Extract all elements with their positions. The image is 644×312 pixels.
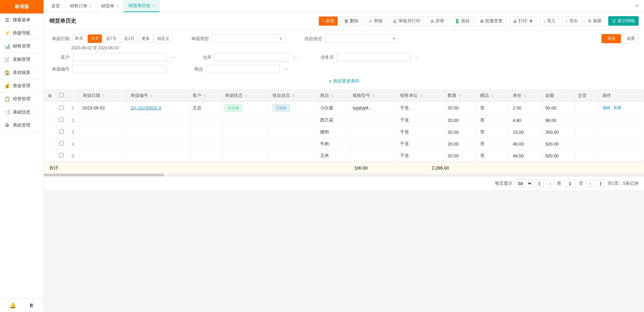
col-gift[interactable]: 赠品 ⇅ bbox=[477, 90, 510, 102]
filter-date-item: 单据日期 昨天 今天 近7天 近1月 更多 自定义 bbox=[49, 34, 172, 43]
col-spectype[interactable]: 规格型号 ⇅ bbox=[350, 90, 397, 102]
show-detail-button[interactable]: ☰ 显示明细 bbox=[608, 16, 639, 26]
print-button[interactable]: 🖨 打印 ▼ bbox=[509, 16, 537, 26]
row-edit-link[interactable]: 编辑 bbox=[603, 105, 611, 110]
query-button[interactable]: 查询 bbox=[601, 34, 621, 43]
sidebar-item-search-menu[interactable]: ☰ 搜索菜单 bbox=[0, 14, 44, 27]
pause-icon[interactable]: ⏸ bbox=[29, 303, 34, 309]
row-paymentstatus-cell: 已收款 bbox=[270, 102, 317, 114]
col-unit[interactable]: 销售单位 ⇅ bbox=[397, 90, 445, 102]
col-settings[interactable]: ⚙ bbox=[44, 90, 56, 102]
batch-change-button[interactable]: ⊞ 批量变更 bbox=[476, 16, 506, 26]
col-unitprice[interactable]: 单价 ⇅ bbox=[510, 90, 542, 102]
sidebar-item-basic-info[interactable]: 📑 基础信息 bbox=[0, 106, 44, 119]
page-number-input[interactable] bbox=[564, 179, 576, 187]
collapse-button[interactable]: ∧ 收起更多条件 bbox=[329, 77, 360, 85]
new-button[interactable]: + 新增 bbox=[319, 17, 338, 26]
last-page-button[interactable]: ⟫ bbox=[597, 179, 605, 187]
row-qty-cell: 20.00 bbox=[445, 150, 477, 162]
row-checkbox[interactable] bbox=[59, 118, 63, 122]
row-checkbox-cell[interactable] bbox=[56, 102, 66, 114]
horizontal-scrollbar[interactable] bbox=[44, 174, 644, 176]
customer-more-icon[interactable]: ··· bbox=[171, 54, 175, 60]
salesperson-input[interactable] bbox=[336, 53, 411, 61]
refresh-button[interactable]: ↻ 刷新 bbox=[584, 16, 606, 26]
date-7days-btn[interactable]: 近7天 bbox=[103, 34, 120, 43]
abandon-button[interactable]: ⊘ 弃审 bbox=[427, 16, 448, 26]
sidebar-item-quick-nav[interactable]: ⚡ 快捷导航 bbox=[0, 27, 44, 40]
tab-sales-order[interactable]: 销售订单 × bbox=[65, 0, 96, 12]
salesperson-more-icon[interactable]: ··· bbox=[415, 54, 419, 60]
docno-input[interactable] bbox=[72, 65, 167, 73]
table-container: ⚙ 单据日期 ⇅ 单据编号 ⇅ bbox=[44, 90, 644, 176]
payment-status-select[interactable]: ▼ bbox=[325, 34, 399, 43]
col-goods[interactable]: 商品 ⇅ bbox=[317, 90, 349, 102]
col-docstatus[interactable]: 单据状态 ⇅ bbox=[222, 90, 270, 102]
row-checkbox-cell[interactable] bbox=[56, 114, 66, 126]
date-group: 昨天 今天 近7天 近1月 更多 自定义 bbox=[72, 34, 172, 43]
col-checkbox[interactable] bbox=[56, 90, 66, 102]
date-more-btn[interactable]: 更多 bbox=[139, 34, 153, 43]
row-checkbox-cell[interactable] bbox=[56, 126, 66, 138]
sidebar-item-sales-mgmt[interactable]: 📊 销售管理 bbox=[0, 40, 44, 53]
warehouse-input[interactable] bbox=[214, 53, 288, 61]
sidebar-item-sys-mgmt[interactable]: ⚙ 系统管理 bbox=[0, 119, 44, 132]
row-view-link[interactable]: 查看 bbox=[613, 105, 621, 110]
filter-payment-status-item: 收款状态 ▼ bbox=[302, 34, 399, 43]
row-checkbox[interactable] bbox=[59, 153, 63, 157]
col-docno[interactable]: 单据编号 ⇅ bbox=[128, 90, 190, 102]
sidebar-item-purchase-mgmt[interactable]: 🛒 采购管理 bbox=[0, 53, 44, 66]
tab-sales-history[interactable]: 销货单历史 × bbox=[124, 0, 160, 12]
row-checkbox[interactable] bbox=[59, 105, 63, 110]
export-button[interactable]: ↑ 导出 bbox=[562, 16, 582, 26]
row-unitprice-cell: 4.80 bbox=[510, 114, 542, 126]
finance-icon: 💰 bbox=[4, 83, 10, 88]
next-page-button[interactable]: › bbox=[586, 179, 594, 187]
prev-page-button[interactable]: ‹ bbox=[546, 179, 554, 187]
tab-sales-order-close[interactable]: × bbox=[89, 4, 91, 8]
row-docno-link[interactable]: SA-20230602-0 bbox=[131, 105, 161, 110]
date-today-btn[interactable]: 今天 bbox=[88, 34, 102, 43]
row-checkbox-cell[interactable] bbox=[56, 150, 66, 162]
warehouse-more-icon[interactable]: ··· bbox=[292, 54, 297, 60]
row-checkbox[interactable] bbox=[59, 141, 63, 146]
per-page-select[interactable]: 20 50 100 bbox=[515, 179, 533, 187]
row-customer-cell: 王总 bbox=[190, 102, 222, 114]
scrollbar-thumb[interactable] bbox=[44, 174, 164, 176]
date-yesterday-btn[interactable]: 昨天 bbox=[72, 34, 86, 43]
customer-input[interactable] bbox=[72, 53, 167, 61]
goods-input[interactable] bbox=[206, 65, 280, 73]
filter-goods-item: 商品 ··· bbox=[183, 65, 288, 73]
goods-more-icon[interactable]: ··· bbox=[284, 66, 288, 72]
sidebar-item-operations[interactable]: 📋 经营管理 bbox=[0, 93, 44, 106]
tab-home[interactable]: 首页 bbox=[47, 0, 65, 12]
row-transaction-cell bbox=[575, 114, 600, 126]
audit-print-button[interactable]: 🖨 审核并打印 bbox=[389, 16, 424, 26]
doc-type-select[interactable]: ▼ bbox=[212, 34, 286, 43]
row-checkbox[interactable] bbox=[59, 129, 63, 134]
first-page-button[interactable]: ⟪ bbox=[535, 179, 543, 187]
audit-button[interactable]: ✓ 审核 bbox=[365, 16, 386, 26]
col-qty[interactable]: 数量 ⇅ bbox=[445, 90, 477, 102]
date-1month-btn[interactable]: 近1月 bbox=[121, 34, 138, 43]
select-all-checkbox[interactable] bbox=[59, 93, 63, 97]
col-paymentstatus[interactable]: 收款状态 ⇅ bbox=[270, 90, 317, 102]
settings-button[interactable]: 设置 bbox=[623, 34, 639, 43]
notification-icon[interactable]: 🔔 bbox=[9, 302, 16, 309]
sidebar-item-finance[interactable]: 💰 资金管理 bbox=[0, 79, 44, 93]
row-checkbox-cell[interactable] bbox=[56, 138, 66, 150]
tab-sales-delivery[interactable]: 销货单 × bbox=[96, 0, 123, 12]
tab-bar-close-all[interactable]: × bbox=[633, 3, 641, 9]
col-date[interactable]: 单据日期 ⇅ bbox=[80, 90, 128, 102]
col-transaction-label: 交货 bbox=[578, 93, 587, 98]
row-spectype-cell bbox=[350, 138, 397, 150]
row-spectype-cell bbox=[350, 114, 397, 126]
col-customer[interactable]: 客户 ⇅ bbox=[190, 90, 222, 102]
collect-button[interactable]: 💲 收款 bbox=[451, 16, 474, 26]
tab-sales-delivery-close[interactable]: × bbox=[116, 4, 118, 8]
delete-button[interactable]: 🗑 删除 bbox=[340, 16, 362, 26]
sidebar-item-inventory[interactable]: 🏠 库存核算 bbox=[0, 66, 44, 79]
import-button[interactable]: ↓ 导入 bbox=[539, 16, 559, 26]
date-custom-btn[interactable]: 自定义 bbox=[154, 34, 172, 43]
tab-sales-history-close[interactable]: × bbox=[152, 4, 155, 8]
